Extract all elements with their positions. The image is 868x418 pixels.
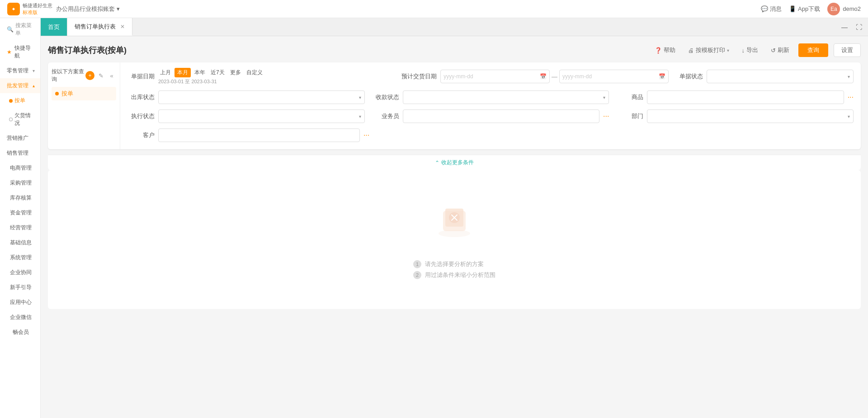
sidebar-item-member[interactable]: 畅会员 — [0, 325, 40, 340]
search-btn[interactable]: 查询 — [798, 43, 828, 57]
collapse-sidebar-btn[interactable]: « — [107, 71, 116, 80]
content-area: 首页 销售订单执行表 ✕ — ⛶ 销售订单执行表(按单) ❓ 帮助 — [41, 18, 868, 418]
date-label: 单据日期 — [127, 72, 155, 81]
user-profile[interactable]: Ea demo2 — [827, 3, 861, 15]
edit-scheme-btn[interactable]: ✎ — [96, 71, 105, 80]
sidebar-item-quick-nav[interactable]: ★ 快捷导航 — [0, 41, 40, 63]
tab-home[interactable]: 首页 — [41, 18, 67, 36]
tab-close-btn[interactable]: ✕ — [120, 24, 125, 30]
export-icon: ↓ — [742, 47, 745, 54]
shortcut-custom[interactable]: 自定义 — [245, 68, 264, 77]
sidebar-item-operations[interactable]: 经营管理 — [0, 220, 40, 235]
company-name: 办公用品行业模拟账套 — [56, 5, 115, 13]
logo-area: 畅捷通好生意 标准版 — [7, 2, 52, 15]
predict-date-end[interactable]: yyyy-mm-dd 📅 — [559, 70, 669, 83]
sidebar-search[interactable]: 🔍 搜索菜单 — [0, 18, 40, 41]
delivery-status-select[interactable] — [158, 90, 365, 104]
sidebar-item-purchase[interactable]: 采购管理 — [0, 176, 40, 190]
app-download-btn[interactable]: 📱 App下载 — [789, 5, 820, 13]
predict-date-start[interactable]: yyyy-mm-dd 📅 — [440, 70, 550, 83]
customer-more-icon[interactable]: ··· — [363, 131, 369, 139]
predict-date-field: 预计交货日期 yyyy-mm-dd 📅 — yyyy-mm-dd 📅 — [401, 70, 668, 83]
sidebar-item-marketing[interactable]: 营销推广 — [0, 131, 40, 146]
filter-sidebar-header: 按以下方案查询 + ✎ « — [52, 68, 116, 83]
sidebar-item-retail[interactable]: 零售管理 ▾ — [0, 63, 40, 78]
print-icon: 🖨 — [688, 47, 694, 54]
exec-status-select[interactable] — [158, 109, 365, 123]
salesperson-more-icon[interactable]: ··· — [603, 112, 609, 120]
logo-icon — [7, 3, 20, 15]
page-content: 销售订单执行表(按单) ❓ 帮助 🖨 按模板打印 ▾ ↓ 导出 — [41, 36, 868, 418]
status-select[interactable] — [707, 70, 854, 83]
filter-row-2: 出库状态 ▾ 收款状态 — [127, 90, 854, 104]
salesperson-label: 业务员 — [372, 112, 399, 120]
avatar: Ea — [827, 3, 840, 15]
sidebar-sub-item-欠货情况[interactable]: 欠货情况 — [0, 108, 40, 131]
page-header: 销售订单执行表(按单) ❓ 帮助 🖨 按模板打印 ▾ ↓ 导出 — [48, 43, 861, 57]
sidebar-sub-item-按单[interactable]: 按单 — [0, 93, 40, 108]
department-select[interactable] — [647, 109, 854, 123]
customer-input[interactable] — [158, 128, 360, 142]
exec-status-field: 执行状态 ▾ — [127, 109, 365, 123]
shortcut-7days[interactable]: 近7天 — [209, 68, 226, 77]
shortcut-current-year[interactable]: 本年 — [193, 68, 207, 77]
sidebar-item-apps[interactable]: 应用中心 — [0, 295, 40, 310]
filter-panel: 按以下方案查询 + ✎ « 按单 — [48, 62, 861, 149]
template-print-btn[interactable]: 🖨 按模板打印 ▾ — [684, 44, 733, 56]
export-btn[interactable]: ↓ 导出 — [738, 44, 762, 56]
predict-date-range: yyyy-mm-dd 📅 — yyyy-mm-dd 📅 — [440, 70, 668, 83]
wholesale-section: 批发管理 ▴ 按单 欠货情况 — [0, 78, 40, 131]
status-select-wrapper: ▾ — [707, 70, 854, 83]
marketing-label: 营销推广 — [7, 134, 28, 142]
shortcut-prev-month[interactable]: 上月 — [158, 68, 173, 77]
settings-btn[interactable]: 设置 — [834, 43, 861, 57]
company-selector[interactable]: 办公用品行业模拟账套 ▾ — [56, 5, 120, 13]
header-right: 💬 消息 📱 App下载 Ea demo2 — [761, 3, 861, 15]
tab-minimize-btn[interactable]: — — [839, 22, 850, 33]
add-scheme-btn[interactable]: + — [85, 71, 94, 80]
page-title: 销售订单执行表(按单) — [48, 45, 127, 56]
purchase-label: 采购管理 — [10, 179, 32, 187]
filter-conditions: 单据日期 上月 本月 本年 近7天 更多 自定义 20 — [120, 62, 861, 149]
sidebar-item-system[interactable]: 系统管理 — [0, 250, 40, 265]
empty-state: 1 请先选择要分析的方案 2 用过滤条件来缩小分析范围 — [48, 170, 861, 309]
collapse-conditions-btn[interactable]: ⌃ 收起更多条件 — [48, 155, 861, 170]
product-input[interactable] — [647, 90, 844, 104]
chevron-up-icon: ⌃ — [435, 160, 439, 166]
member-label: 畅会员 — [13, 328, 29, 336]
tab-maximize-btn[interactable]: ⛶ — [854, 22, 864, 33]
date-shortcuts: 上月 本月 本年 近7天 更多 自定义 — [158, 68, 394, 77]
sidebar-item-ecommerce[interactable]: 电商管理 — [0, 161, 40, 176]
scheme-option-按单[interactable]: 按单 — [52, 87, 116, 100]
sidebar-item-newbie[interactable]: 新手引导 — [0, 280, 40, 295]
sales-label: 销售管理 — [7, 149, 28, 157]
customer-field: 客户 ··· — [127, 128, 369, 142]
delivery-status-label: 出库状态 — [127, 93, 155, 101]
app-icon: 📱 — [789, 5, 796, 12]
quick-nav-label: 快捷导航 — [14, 44, 35, 60]
sidebar-item-sales[interactable]: 销售管理 — [0, 146, 40, 161]
salesperson-input[interactable] — [403, 109, 599, 123]
message-btn[interactable]: 💬 消息 — [761, 5, 782, 13]
sidebar-item-wholesale[interactable]: 批发管理 ▴ — [0, 78, 40, 93]
refresh-btn[interactable]: ↺ 刷新 — [767, 44, 793, 56]
sidebar-item-inventory[interactable]: 库存核算 — [0, 190, 40, 205]
print-chevron-icon: ▾ — [727, 48, 729, 53]
operations-label: 经营管理 — [10, 224, 32, 232]
sidebar-item-finance[interactable]: 资金管理 — [0, 205, 40, 220]
logo-text: 畅捷通好生意 标准版 — [23, 2, 52, 15]
product-more-icon[interactable]: ··· — [848, 93, 854, 101]
sidebar-item-enterprise[interactable]: 企业协同 — [0, 265, 40, 280]
help-btn[interactable]: ❓ 帮助 — [651, 44, 679, 56]
shortcut-current-month[interactable]: 本月 — [175, 68, 191, 77]
payment-status-select[interactable] — [403, 90, 609, 104]
tab-bar-actions: — ⛶ — [835, 18, 868, 36]
tab-sales-order[interactable]: 销售订单执行表 ✕ — [67, 18, 132, 36]
ecommerce-label: 电商管理 — [10, 164, 32, 172]
sidebar-item-wechat[interactable]: 企业微信 — [0, 310, 40, 325]
message-icon: 💬 — [761, 5, 768, 12]
sidebar-item-basic[interactable]: 基础信息 — [0, 235, 40, 250]
product-label: 商品 — [616, 93, 643, 101]
department-field: 部门 ▾ — [616, 109, 854, 123]
shortcut-more[interactable]: 更多 — [228, 68, 243, 77]
